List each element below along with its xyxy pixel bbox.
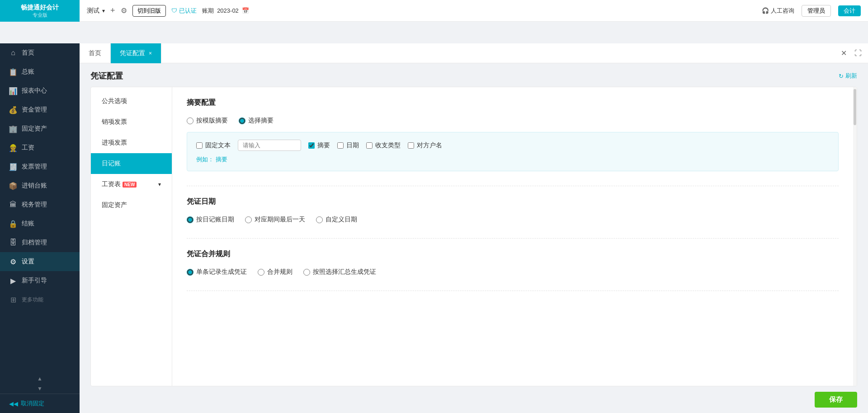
radio-journal-date[interactable]: 按日记账日期 (187, 216, 234, 224)
radio-by-template-input[interactable] (187, 117, 193, 124)
radio-custom-date[interactable]: 自定义日期 (316, 216, 357, 224)
archive-icon: 🗄 (9, 239, 17, 247)
sidebar-item-tax[interactable]: 🏛 税务管理 (0, 195, 80, 214)
sidebar-item-salary[interactable]: 👷 工资 (0, 138, 80, 157)
checkbox-counterparty[interactable]: 对方户名 (408, 141, 442, 150)
manager-button[interactable]: 管理员 (802, 5, 831, 17)
sidebar-scroll-up[interactable]: ▲ (0, 374, 80, 384)
checkbox-abstract-input[interactable] (308, 142, 315, 149)
config-nav-public[interactable]: 公共选项 (91, 91, 172, 112)
ledger-icon: 📋 (9, 68, 17, 76)
cancel-fixed-button[interactable]: ◀◀ 取消固定 (0, 394, 80, 413)
tab-expand-icon[interactable]: ⛶ (852, 47, 864, 60)
salary-icon: 👷 (9, 144, 17, 152)
radio-select-abstract-input[interactable] (239, 117, 245, 124)
abstract-options-row: 按模版摘要 选择摘要 (187, 117, 839, 125)
settings-icon: ⚙ (9, 258, 17, 266)
consult-button[interactable]: 🎧 人工咨询 (762, 7, 794, 15)
radio-select-abstract[interactable]: 选择摘要 (239, 117, 274, 125)
tab-voucher-config[interactable]: 凭证配置 × (111, 43, 161, 63)
radio-by-selection-input[interactable] (303, 269, 310, 276)
sidebar-item-invoice[interactable]: 🧾 发票管理 (0, 157, 80, 176)
checkbox-counterparty-input[interactable] (408, 142, 414, 149)
accountant-button[interactable]: 会计 (838, 5, 861, 16)
gear-icon[interactable]: ⚙ (121, 6, 127, 15)
radio-by-template[interactable]: 按模版摘要 (187, 117, 228, 125)
certified-badge: 🛡 已认证 (171, 7, 197, 15)
tab-close-icon[interactable]: ✕ (837, 47, 850, 60)
home-icon: ⌂ (9, 49, 17, 57)
config-nav-payroll[interactable]: 工资表 NEW ▾ (91, 174, 172, 195)
abstract-label: 摘要 (317, 141, 330, 150)
config-nav-sales-invoice[interactable]: 销项发票 (91, 112, 172, 132)
radio-merge-rule[interactable]: 合并规则 (258, 268, 292, 276)
sidebar-scroll-down[interactable]: ▼ (0, 384, 80, 394)
tab-home-label: 首页 (89, 49, 101, 57)
radio-period-last-day[interactable]: 对应期间最后一天 (245, 216, 305, 224)
radio-journal-date-input[interactable] (187, 216, 193, 223)
voucher-date-section: 凭证日期 按日记账日期 对应期间最后一天 (187, 197, 839, 224)
abstract-section-title: 摘要配置 (187, 98, 839, 108)
checkbox-fixed-text-input[interactable] (196, 142, 203, 149)
config-nav-fixed-assets[interactable]: 固定资产 (91, 195, 172, 216)
sidebar-item-close[interactable]: 🔒 结账 (0, 214, 80, 233)
config-nav-journal[interactable]: 日记账 (91, 153, 172, 174)
radio-custom-date-input[interactable] (316, 216, 323, 223)
new-badge: NEW (123, 182, 137, 188)
checkbox-abstract[interactable]: 摘要 (308, 141, 330, 150)
sidebar-item-label: 进销台账 (22, 182, 47, 190)
fixed-text-input[interactable] (238, 140, 301, 151)
checkbox-payment-type-input[interactable] (366, 142, 373, 149)
merge-rules-options-row: 单条记录生成凭证 合并规则 按照选择汇总生成凭证 (187, 268, 839, 276)
sidebar-item-sales[interactable]: 📦 进销台账 (0, 176, 80, 195)
sidebar-item-ledger[interactable]: 📋 总账 (0, 62, 80, 81)
tab-home[interactable]: 首页 (80, 43, 111, 63)
config-scrollbar[interactable] (853, 87, 857, 386)
checkbox-date[interactable]: 日期 (337, 141, 359, 150)
checkbox-date-input[interactable] (337, 142, 344, 149)
abstract-example: 例如： 摘要 (196, 155, 829, 164)
sidebar-item-home[interactable]: ⌂ 首页 (0, 43, 80, 62)
content-area: 首页 凭证配置 × ✕ ⛶ 凭证配置 ↻ 刷新 (80, 43, 868, 413)
radio-merge-rule-input[interactable] (258, 269, 264, 276)
switch-old-button[interactable]: 切到旧版 (132, 5, 166, 17)
sidebar-item-label: 报表中心 (22, 87, 47, 95)
logo-sub: 专业版 (21, 12, 59, 19)
checkbox-payment-type[interactable]: 收支类型 (366, 141, 401, 150)
tax-icon: 🏛 (9, 201, 17, 209)
tab-voucher-config-label: 凭证配置 (120, 49, 145, 57)
example-prefix: 例如： (196, 156, 214, 163)
divider-1 (187, 186, 839, 186)
close-period-icon: 🔒 (9, 220, 17, 228)
merge-rules-section: 凭证合并规则 单条记录生成凭证 合并规则 (187, 249, 839, 276)
sidebar-item-reports[interactable]: 📊 报表中心 (0, 81, 80, 100)
sidebar-item-capital[interactable]: 💰 资金管理 (0, 100, 80, 119)
checkbox-fixed-text[interactable]: 固定文本 (196, 141, 231, 150)
scrollbar-thumb (854, 89, 856, 125)
sidebar-item-settings[interactable]: ⚙ 设置 (0, 252, 80, 271)
radio-single-input[interactable] (187, 269, 193, 276)
sidebar-item-label: 结账 (22, 220, 34, 228)
config-nav-purchase-invoice[interactable]: 进项发票 (91, 132, 172, 153)
sidebar-item-guide[interactable]: ▶ 新手引导 (0, 271, 80, 290)
sidebar-item-assets[interactable]: 🏢 固定资产 (0, 119, 80, 138)
sidebar-item-more[interactable]: ⊞ 更多功能 (0, 290, 80, 309)
radio-single[interactable]: 单条记录生成凭证 (187, 268, 247, 276)
topbar: 畅捷通好会计 专业版 测试 ▾ + ⚙ 切到旧版 🛡 已认证 账期 2023-0… (0, 0, 868, 22)
calendar-icon[interactable]: 📅 (242, 7, 249, 14)
radio-select-abstract-label: 选择摘要 (248, 117, 274, 125)
refresh-button[interactable]: ↻ 刷新 (839, 72, 857, 80)
save-bar: 保存 (80, 386, 868, 413)
abstract-options-inner-row: 固定文本 摘要 日期 (196, 140, 829, 151)
sidebar-scroll: ⌂ 首页 📋 总账 📊 报表中心 💰 资金管理 🏢 固定资产 👷 工资 (0, 43, 80, 374)
date-label: 日期 (346, 141, 359, 150)
fixed-text-label: 固定文本 (205, 141, 231, 150)
project-selector[interactable]: 测试 ▾ (87, 7, 105, 15)
tab-close-button[interactable]: × (149, 50, 152, 56)
radio-by-selection[interactable]: 按照选择汇总生成凭证 (303, 268, 376, 276)
save-button[interactable]: 保存 (815, 392, 857, 408)
sidebar-item-archive[interactable]: 🗄 归档管理 (0, 233, 80, 252)
refresh-icon: ↻ (839, 73, 844, 80)
add-icon[interactable]: + (110, 6, 115, 15)
radio-period-last-day-input[interactable] (245, 216, 252, 223)
